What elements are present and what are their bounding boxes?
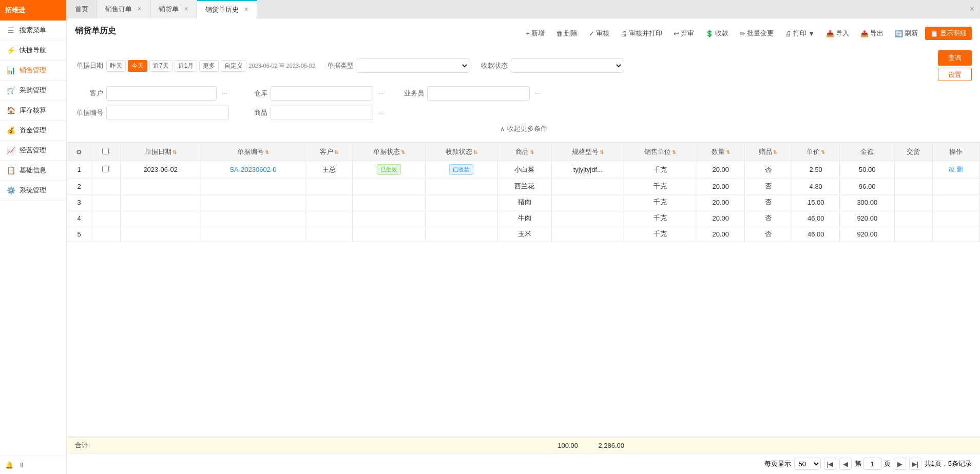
- collapse-button[interactable]: ∧ 收起更多条件: [75, 122, 972, 135]
- tab-sales-history[interactable]: 销货单历史 ✕: [197, 0, 257, 18]
- sidebar-item-label: 采购管理: [20, 86, 46, 95]
- export-icon: 📤: [860, 30, 869, 37]
- business-ellipsis[interactable]: ···: [533, 90, 542, 97]
- col-doc-no[interactable]: 单据编号⇅: [201, 143, 305, 161]
- docstatus-sort-icon: ⇅: [401, 149, 405, 155]
- table-row: 5 玉米 千克 20.00 否 46.00 920.00: [67, 226, 980, 242]
- cell-price: 46.00: [792, 210, 840, 226]
- tab-home[interactable]: 首页: [67, 0, 97, 18]
- date-today[interactable]: 今天: [128, 60, 147, 72]
- import-button[interactable]: 📥 导入: [822, 27, 853, 40]
- collect-button[interactable]: 💲 收款: [701, 27, 733, 40]
- sidebar-item-purchase[interactable]: 🛒 采购管理: [0, 81, 66, 101]
- del-op-button[interactable]: 删: [956, 165, 964, 174]
- print-approve-button[interactable]: 🖨 审核并打印: [617, 27, 666, 40]
- date-filter: 昨天 今天 近7天 近1月 更多 自定义 2023-06-02 至 2023-0…: [106, 60, 315, 72]
- add-button[interactable]: + 新增: [522, 27, 549, 40]
- date-custom[interactable]: 自定义: [221, 60, 246, 72]
- export-button[interactable]: 📤 导出: [856, 27, 888, 40]
- cell-unit: 千克: [624, 179, 697, 194]
- col-goods[interactable]: 商品⇅: [497, 143, 551, 161]
- query-button[interactable]: 查询: [938, 50, 972, 66]
- col-gift[interactable]: 赠品⇅: [744, 143, 792, 161]
- sidebar-item-operations[interactable]: 📈 经营管理: [0, 141, 66, 161]
- date-1month[interactable]: 近1月: [175, 60, 198, 72]
- col-price[interactable]: 单价⇅: [792, 143, 840, 161]
- cell-checkbox[interactable]: [91, 161, 120, 179]
- date-7days[interactable]: 近7天: [149, 60, 172, 72]
- sidebar-item-search-menu[interactable]: ☰ 搜索菜单: [0, 21, 66, 41]
- last-page-button[interactable]: ▶|: [909, 458, 921, 470]
- next-page-button[interactable]: ▶: [894, 458, 906, 470]
- select-all-checkbox[interactable]: [102, 148, 109, 154]
- first-page-button[interactable]: |◀: [824, 458, 836, 470]
- cell-checkbox[interactable]: [91, 179, 120, 194]
- col-customer[interactable]: 客户⇅: [305, 143, 353, 161]
- cell-checkbox[interactable]: [91, 210, 120, 226]
- sidebar-bottom-icon2[interactable]: ⏸: [18, 461, 25, 469]
- cell-amount: 50.00: [840, 161, 895, 179]
- sidebar-item-system[interactable]: ⚙️ 系统管理: [0, 181, 66, 201]
- sidebar-item-sales[interactable]: 📊 销售管理: [0, 61, 66, 81]
- tab-sales-delivery[interactable]: 销货单 ✕: [150, 0, 197, 18]
- col-date[interactable]: 单据日期⇅: [120, 143, 201, 161]
- cell-operation: [932, 210, 979, 226]
- print-button[interactable]: 🖨 打印 ▼: [781, 27, 819, 40]
- purchase-icon: 🛒: [6, 86, 15, 95]
- doc-type-select[interactable]: [357, 58, 469, 73]
- date-more[interactable]: 更多: [199, 60, 219, 72]
- sidebar-item-quick-nav[interactable]: ⚡ 快捷导航: [0, 41, 66, 61]
- cell-pay-status: [425, 194, 497, 210]
- col-doc-status[interactable]: 单据状态⇅: [353, 143, 425, 161]
- show-detail-button[interactable]: 📋 显示明细: [925, 27, 972, 40]
- warehouse-ellipsis[interactable]: ···: [376, 90, 386, 97]
- doc-no-link[interactable]: SA-20230602-0: [229, 166, 276, 173]
- per-page-select[interactable]: 50 100 200: [794, 458, 821, 470]
- col-amount: 金额: [840, 143, 895, 161]
- doc-type-label: 单据类型: [325, 61, 354, 70]
- row-checkbox[interactable]: [102, 166, 109, 172]
- cell-qty: 20.00: [697, 194, 744, 210]
- customer-input[interactable]: [106, 86, 217, 101]
- approve-button[interactable]: ✓ 审核: [585, 27, 613, 40]
- pay-status-select[interactable]: [511, 58, 623, 73]
- tab-sales-order[interactable]: 销售订单 ✕: [97, 0, 150, 18]
- edit-op-button[interactable]: 改: [948, 165, 956, 174]
- tab-sales-order-label: 销售订单: [105, 5, 132, 14]
- goods-ellipsis[interactable]: ···: [376, 109, 386, 116]
- delete-button[interactable]: 🗑 删除: [552, 27, 582, 40]
- page-number-input[interactable]: [863, 458, 882, 470]
- tab-close-all[interactable]: ✕: [964, 0, 980, 18]
- business-input[interactable]: [427, 86, 530, 101]
- sidebar-item-basic-info[interactable]: 📋 基础信息: [0, 161, 66, 181]
- cell-checkbox[interactable]: [91, 226, 120, 242]
- date-yesterday[interactable]: 昨天: [106, 60, 126, 72]
- tab-sales-history-close[interactable]: ✕: [244, 6, 248, 13]
- sidebar-item-label: 库存核算: [20, 106, 46, 115]
- tab-sales-delivery-close[interactable]: ✕: [184, 6, 188, 12]
- tab-sales-order-close[interactable]: ✕: [137, 6, 142, 12]
- col-qty[interactable]: 数量⇅: [697, 143, 744, 161]
- goods-input[interactable]: [271, 106, 373, 120]
- warehouse-input[interactable]: [271, 86, 373, 101]
- cell-delivery: [895, 161, 932, 179]
- customer-ellipsis[interactable]: ···: [220, 90, 229, 97]
- quick-nav-icon: ⚡: [6, 46, 15, 55]
- sidebar-item-finance[interactable]: 💰 资金管理: [0, 121, 66, 141]
- col-unit[interactable]: 销售单位⇅: [624, 143, 697, 161]
- refresh-button[interactable]: 🔄 刷新: [891, 27, 922, 40]
- set-button[interactable]: 设置: [938, 68, 972, 81]
- col-spec[interactable]: 规格型号⇅: [552, 143, 624, 161]
- col-pay-status[interactable]: 收款状态⇅: [425, 143, 497, 161]
- prev-page-button[interactable]: ◀: [839, 458, 852, 470]
- col-checkbox[interactable]: [91, 143, 120, 161]
- sidebar-item-inventory[interactable]: 🏠 库存核算: [0, 101, 66, 121]
- cell-amount: 920.00: [840, 210, 895, 226]
- data-table: ⚙ 单据日期⇅ 单据编号⇅ 客户⇅ 单据状态⇅ 收款状态⇅ 商品⇅ 规格型号⇅ …: [67, 143, 980, 242]
- col-settings[interactable]: ⚙: [67, 143, 91, 161]
- cell-checkbox[interactable]: [91, 194, 120, 210]
- abandon-button[interactable]: ↩ 弃审: [669, 27, 698, 40]
- sidebar-bottom-icon1[interactable]: 🔔: [5, 461, 13, 469]
- doc-no-input[interactable]: [106, 106, 229, 120]
- batch-change-button[interactable]: ✏ 批量变更: [736, 27, 778, 40]
